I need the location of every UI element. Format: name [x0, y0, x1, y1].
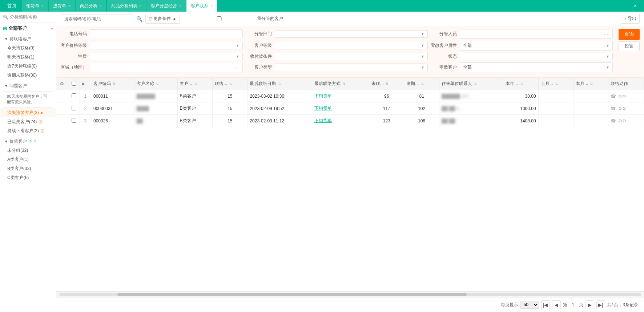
sidebar-item-tomorrow[interactable]: 明天待联络(1) — [0, 53, 56, 62]
region-dots[interactable]: ··· — [232, 65, 240, 70]
first-page-button[interactable]: |◀ — [541, 300, 550, 309]
th-last-contact-date[interactable]: 最后联络日期 ⇅ — [247, 78, 312, 90]
th-type[interactable]: 客户... ⇅ — [177, 78, 212, 90]
sidebar-value-header[interactable]: ▼ 价值客户 ↺ ✎ — [0, 137, 56, 146]
call-icon[interactable]: ☎ — [611, 94, 616, 99]
sidebar-item-7days[interactable]: 近7天待联络(0) — [0, 62, 56, 71]
per-page-select[interactable]: 50 100 200 — [520, 301, 539, 309]
close-tab-analysis[interactable]: × — [100, 4, 102, 8]
cell-last-contact-method[interactable]: 下销货单 — [312, 102, 369, 115]
my-customers-checkbox-label[interactable]: 我分管的客户 — [183, 16, 283, 22]
th-checkbox[interactable] — [68, 78, 80, 90]
more-actions-icon[interactable]: ⚙⚙ — [618, 94, 626, 99]
th-overdue[interactable]: 逾期... ⇅ — [404, 78, 439, 90]
more-conditions-button[interactable]: ▽ 更多条件 ▲ — [145, 14, 180, 24]
query-button[interactable]: 查询 — [619, 29, 640, 40]
row-checkbox[interactable] — [72, 118, 76, 123]
sidebar-search-input[interactable] — [10, 15, 56, 20]
nav-tab-purchase[interactable]: 进货单 × — [49, 0, 75, 12]
collapse-all-icon[interactable]: « — [51, 27, 53, 31]
th-contact[interactable]: 联络... ⇅ — [212, 78, 247, 90]
select-all-checkbox[interactable] — [72, 81, 76, 86]
call-icon[interactable]: ☎ — [611, 118, 616, 123]
th-last-contact-method[interactable]: 最后联络方式 ⇅ — [312, 78, 369, 90]
th-settings[interactable]: ⚙ — [56, 78, 68, 90]
th-uncontacted[interactable]: 未联... ⇅ — [369, 78, 404, 90]
cell-this-year: 1000.00 — [503, 102, 538, 115]
nav-tab-analysis[interactable]: 商品分析 × — [76, 0, 106, 12]
edit-icon[interactable]: ✎ — [33, 139, 37, 144]
cell-checkbox[interactable] — [68, 90, 80, 102]
nav-tab-analysis-list[interactable]: 商品分析列表 × — [107, 0, 146, 12]
th-code[interactable]: 客户编码 ⇅ — [91, 78, 134, 90]
sidebar-pending-header[interactable]: ▼ 待联络客户 — [0, 35, 56, 44]
close-tab-customer-layer[interactable]: × — [179, 4, 181, 8]
window-close-button[interactable]: × — [629, 0, 641, 12]
th-name[interactable]: 客户名称 ⇅ — [134, 78, 177, 90]
search-button[interactable]: 🔍 — [136, 16, 142, 22]
last-page-button[interactable]: ▶| — [596, 300, 605, 309]
close-tab-purchase[interactable]: × — [68, 4, 71, 8]
phone-input[interactable] — [90, 29, 243, 38]
close-tab-sales[interactable]: × — [41, 4, 44, 8]
sidebar-item-c-class[interactable]: C类客户(6) — [0, 173, 56, 182]
sidebar-problem-header[interactable]: ▼ 问题客户 — [0, 81, 56, 90]
cell-last-contact-method[interactable]: 下销货单 — [312, 90, 369, 102]
prev-page-button[interactable]: ◀ — [552, 300, 561, 309]
search-input[interactable] — [61, 15, 133, 23]
sidebar-item-churned[interactable]: 已流失客户(24) ⓘ — [0, 117, 56, 126]
sidebar-item-today[interactable]: 今天待联络(0) — [0, 44, 56, 53]
cell-action-icons[interactable]: ☎ ⚙⚙ — [608, 102, 644, 115]
th-this-month[interactable]: 本月... ⇅ — [573, 78, 608, 90]
row-checkbox[interactable] — [72, 93, 76, 98]
contact-method-link[interactable]: 下销货单 — [314, 118, 332, 123]
sidebar-all-customers[interactable]: ⊞ 全部客户 « — [0, 23, 56, 34]
sidebar-item-b-class[interactable]: B类客户(33) — [0, 164, 56, 173]
export-button[interactable]: ↑ 导出 — [621, 14, 640, 24]
my-customers-checkbox[interactable] — [183, 16, 255, 21]
payment-select[interactable]: ▼ — [275, 53, 428, 60]
scroll-track[interactable] — [59, 293, 641, 296]
contact-method-link[interactable]: 下销货单 — [314, 93, 332, 98]
next-page-button[interactable]: ▶ — [585, 300, 594, 309]
sidebar-item-churn-warning[interactable]: 流失预警客户(3) ● — [0, 108, 56, 117]
cell-checkbox[interactable] — [68, 102, 80, 115]
cell-action-icons[interactable]: ☎ ⚙⚙ — [608, 115, 644, 127]
more-actions-icon[interactable]: ⚙⚙ — [618, 118, 626, 123]
refresh-icon[interactable]: ↺ — [28, 139, 32, 144]
th-unit-contacts[interactable]: 往来单位联系人 ⇅ — [439, 78, 503, 90]
retail-attr-select[interactable]: 全部 ▼ — [460, 41, 613, 50]
more-actions-icon[interactable]: ⚙⚙ — [618, 106, 626, 111]
retail-select[interactable]: 全部 ▼ — [460, 62, 613, 72]
price-level-select[interactable]: ▼ — [90, 42, 243, 49]
dept-select[interactable]: ▼ — [275, 30, 428, 38]
close-tab-analysis-list[interactable]: × — [140, 4, 142, 8]
manager-dots[interactable]: ··· — [602, 31, 609, 37]
customer-type-select[interactable]: ▼ — [275, 64, 428, 71]
nav-home[interactable]: 首页 — [3, 0, 21, 12]
row-checkbox[interactable] — [72, 106, 76, 110]
cell-checkbox[interactable] — [68, 115, 80, 127]
contact-method-link[interactable]: 下销货单 — [314, 106, 332, 111]
cell-action-icons[interactable]: ☎ ⚙⚙ — [608, 90, 644, 102]
manager-select[interactable]: ··· — [460, 29, 613, 39]
horizontal-scrollbar[interactable] — [56, 291, 644, 297]
nature-select[interactable]: ▼ — [90, 53, 243, 60]
th-this-year[interactable]: 本年... ⇅ — [503, 78, 538, 90]
nav-tab-sales[interactable]: 销货单 × — [22, 0, 48, 12]
sidebar-item-ungrouped[interactable]: 未分组(32) — [0, 146, 56, 155]
nav-tab-customer-layer[interactable]: 客户分层经营 × — [146, 0, 186, 12]
sidebar-item-overdue[interactable]: 逾期未联络(30) — [0, 71, 56, 80]
scroll-thumb[interactable] — [117, 293, 467, 296]
sidebar-item-a-class[interactable]: A类客户(1) — [0, 155, 56, 164]
nav-tab-customer-contact[interactable]: 客户联系 × — [186, 0, 217, 12]
sidebar-item-declining[interactable]: 持续下滑客户(2) ⓘ — [0, 126, 56, 135]
call-icon[interactable]: ☎ — [611, 106, 616, 111]
settings-button[interactable]: 设置 — [619, 41, 640, 51]
customer-level-select[interactable]: ▼ — [275, 42, 428, 49]
status-select[interactable]: ▼ — [460, 53, 613, 60]
cell-last-contact-method[interactable]: 下销货单 — [312, 115, 369, 127]
region-select[interactable]: ··· — [90, 63, 243, 72]
th-last-month[interactable]: 上月... ⇅ — [538, 78, 573, 90]
close-tab-customer-contact[interactable]: × — [210, 4, 213, 8]
